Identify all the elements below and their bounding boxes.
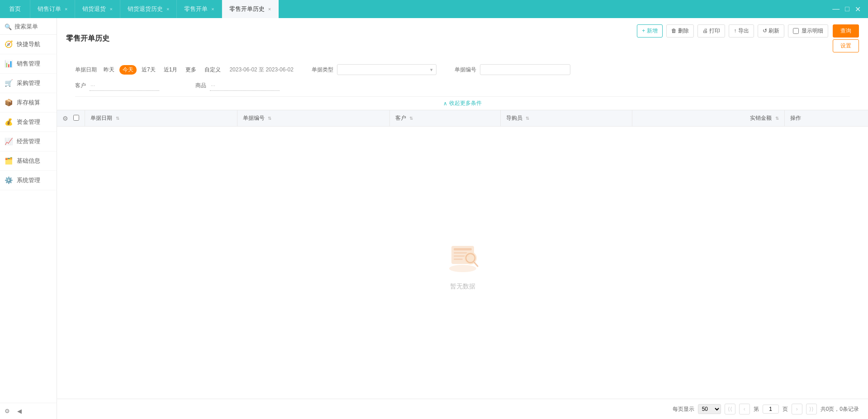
page-title-row: 零售开单历史 + 新增 🗑 删除 🖨 打印 ↑ 导出 ↺ 刷新 显示明细: [66, 24, 859, 52]
sidebar-search[interactable]: 🔍 搜索菜单: [0, 18, 57, 35]
sidebar-item-sales-label: 销售管理: [17, 60, 40, 68]
close-icon[interactable]: ✕: [855, 5, 861, 14]
tab-retail-open[interactable]: 零售开单 ×: [177, 0, 222, 18]
filter-area: 单据日期 昨天 今天 近7天 近1月 更多 自定义 2023-06-02 至 2…: [66, 59, 859, 110]
date-option-1month[interactable]: 近1月: [161, 65, 181, 75]
header-customer: 客户 ⇅: [389, 110, 500, 127]
table-settings-icon[interactable]: ⚙: [62, 115, 68, 122]
date-range-text: 2023-06-02 至 2023-06-02: [229, 66, 293, 74]
sidebar-item-operations[interactable]: 📈 经营管理: [0, 132, 57, 151]
tab-home[interactable]: 首页: [0, 0, 30, 18]
sidebar-search-label: 搜索菜单: [14, 23, 38, 31]
display-detail-button[interactable]: 显示明细: [788, 24, 828, 38]
sales-icon: 📊: [5, 60, 13, 68]
doc-no-input[interactable]: [480, 64, 570, 75]
retail-open-history-tab-close[interactable]: ×: [268, 7, 271, 12]
amount-sort-icon[interactable]: ⇅: [775, 116, 779, 121]
collapse-bar[interactable]: ∧ 收起更多条件: [75, 96, 850, 110]
sidebar-item-system[interactable]: ⚙️ 系统管理: [0, 171, 57, 190]
select-all-checkbox[interactable]: [73, 115, 79, 121]
filter-customer: 客户: [75, 80, 159, 91]
maximize-icon[interactable]: □: [845, 5, 849, 14]
print-button[interactable]: 🖨 打印: [697, 24, 725, 38]
sales-order-tab-close[interactable]: ×: [65, 7, 67, 12]
collapse-icon: ∧: [443, 100, 447, 107]
pagination-bar: 每页显示 10 20 50 100 ⟨⟨ ‹ 第 页 › ⟩⟩ 共0页，0条记录: [57, 399, 868, 419]
header-action: 操作: [784, 110, 868, 127]
empty-text: 暂无数据: [450, 282, 475, 291]
date-option-today[interactable]: 今天: [119, 65, 137, 75]
sales-return-history-tab-label: 销货退货历史: [128, 5, 163, 13]
sidebar-item-basic-info[interactable]: 🗂️ 基础信息: [0, 151, 57, 171]
refresh-button[interactable]: ↺ 刷新: [758, 24, 784, 38]
search-icon: 🔍: [5, 24, 12, 30]
add-button[interactable]: + 新增: [637, 24, 662, 38]
sidebar-item-quick-nav[interactable]: 🧭 快捷导航: [0, 35, 57, 54]
salesperson-sort-icon[interactable]: ⇅: [526, 116, 529, 121]
retail-open-tab-close[interactable]: ×: [211, 7, 214, 12]
export-button[interactable]: ↑ 导出: [729, 24, 754, 38]
current-page-input[interactable]: [763, 405, 779, 414]
date-option-more[interactable]: 更多: [182, 65, 199, 75]
sidebar-item-purchase-mgmt[interactable]: 🛒 采购管理: [0, 74, 57, 93]
filter-row-2: 客户 商品: [75, 80, 850, 91]
date-option-custom[interactable]: 自定义: [201, 65, 224, 75]
minimize-icon[interactable]: —: [832, 5, 840, 14]
tab-sales-return[interactable]: 销货退货 ×: [75, 0, 120, 18]
no-sort-icon[interactable]: ⇅: [268, 116, 271, 121]
per-page-select[interactable]: 10 20 50 100: [698, 404, 721, 414]
basic-info-icon: 🗂️: [5, 157, 13, 165]
tab-retail-open-history[interactable]: 零售开单历史 ×: [222, 0, 279, 18]
sales-return-history-tab-close[interactable]: ×: [166, 7, 169, 12]
sidebar: 🔍 搜索菜单 🧭 快捷导航 📊 销售管理 🛒 采购管理 📦 库存核算 💰 资金管…: [0, 18, 57, 419]
tab-sales-order[interactable]: 销售订单 ×: [30, 0, 75, 18]
doc-type-select[interactable]: [337, 64, 436, 75]
date-option-7days[interactable]: 近7天: [138, 65, 159, 75]
sidebar-item-quick-nav-label: 快捷导航: [17, 40, 40, 48]
sidebar-item-inventory-label: 库存核算: [17, 99, 40, 107]
filter-product: 商品: [195, 80, 280, 91]
page-title: 零售开单历史: [66, 34, 109, 43]
last-page-button[interactable]: ⟩⟩: [806, 404, 817, 414]
purchase-icon: 🛒: [5, 79, 13, 87]
date-label: 单据日期: [75, 66, 97, 74]
first-page-button[interactable]: ⟨⟨: [725, 404, 735, 414]
sidebar-item-finance-label: 资金管理: [17, 118, 40, 126]
sidebar-item-finance[interactable]: 💰 资金管理: [0, 113, 57, 132]
svg-rect-2: [454, 248, 472, 250]
query-button[interactable]: 查询: [833, 24, 859, 38]
home-tab-label: 首页: [9, 5, 21, 13]
table-section: ⚙ 单据日期 ⇅ 单据编号 ⇅: [57, 110, 868, 419]
sidebar-collapse-icon[interactable]: ◀: [17, 408, 22, 414]
settings-button[interactable]: 设置: [833, 39, 859, 52]
filter-doc-type: 单据类型: [312, 64, 436, 75]
doc-type-label: 单据类型: [312, 66, 333, 74]
sidebar-item-sales-mgmt[interactable]: 📊 销售管理: [0, 54, 57, 74]
product-input[interactable]: [210, 80, 280, 91]
svg-point-0: [449, 265, 476, 272]
tab-sales-return-history[interactable]: 销货退货历史 ×: [120, 0, 177, 18]
page-header: 零售开单历史 + 新增 🗑 删除 🖨 打印 ↑ 导出 ↺ 刷新 显示明细: [57, 18, 868, 110]
retail-open-history-tab-label: 零售开单历史: [229, 5, 265, 13]
operations-icon: 📈: [5, 137, 13, 146]
date-option-yesterday[interactable]: 昨天: [100, 65, 118, 75]
header-date-label: 单据日期: [90, 115, 112, 121]
display-detail-checkbox[interactable]: [793, 28, 799, 34]
filter-date-options: 昨天 今天 近7天 近1月 更多 自定义: [100, 65, 224, 75]
prev-page-button[interactable]: ‹: [739, 404, 750, 414]
page-label-post: 页: [783, 405, 788, 413]
delete-button[interactable]: 🗑 删除: [666, 24, 694, 38]
customer-input[interactable]: [90, 80, 159, 91]
total-info: 共0页，0条记录: [821, 405, 859, 413]
sidebar-settings-icon[interactable]: ⚙: [5, 408, 10, 414]
sales-return-tab-close[interactable]: ×: [109, 7, 112, 12]
date-sort-icon[interactable]: ⇅: [116, 116, 119, 121]
svg-line-8: [474, 263, 478, 266]
sidebar-bottom: ⚙ ◀: [0, 403, 57, 419]
filter-doc-no: 单据编号: [455, 64, 570, 75]
collapse-label: 收起更多条件: [449, 99, 482, 107]
next-page-button[interactable]: ›: [792, 404, 802, 414]
sidebar-item-inventory[interactable]: 📦 库存核算: [0, 93, 57, 113]
retail-open-tab-label: 零售开单: [184, 5, 208, 13]
customer-sort-icon[interactable]: ⇅: [409, 116, 413, 121]
